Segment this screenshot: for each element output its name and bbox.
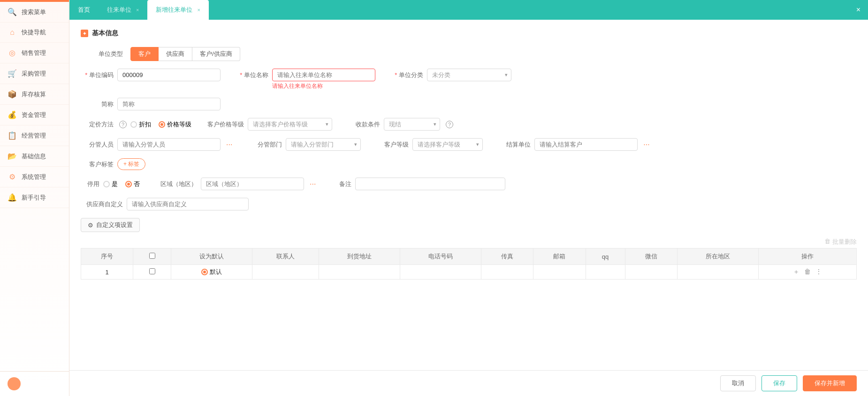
supplier-custom-input[interactable] xyxy=(127,198,249,210)
manager-input[interactable] xyxy=(117,138,221,151)
sidebar-item-operations[interactable]: 📋 经营管理 xyxy=(0,125,69,146)
disabled-yes-circle xyxy=(103,181,110,187)
department-select-wrapper: 请输入分管部门 ▾ xyxy=(286,138,361,151)
sidebar-item-inventory[interactable]: 📦 库存核算 xyxy=(0,84,69,105)
search-icon: 🔍 xyxy=(8,8,17,16)
payment-terms-label: 收款条件 xyxy=(347,120,380,129)
row-delete-icon[interactable]: 🗑 xyxy=(804,268,811,275)
sidebar-item-label: 经营管理 xyxy=(22,132,46,140)
sidebar-item-purchase[interactable]: 🛒 采购管理 xyxy=(0,63,69,84)
disabled-label: 停用 xyxy=(81,180,99,188)
section-header: ✦ 基本信息 xyxy=(81,29,857,38)
unit-type-btn-group: 客户 供应商 客户/供应商 xyxy=(130,47,240,61)
basic-icon: 📂 xyxy=(8,152,17,161)
payment-terms-select[interactable]: 现结 xyxy=(384,118,440,131)
bottom-bar: 取消 保存 保存并新增 xyxy=(69,370,868,396)
tab-home[interactable]: 首页 xyxy=(69,0,99,20)
row-fax xyxy=(481,265,533,280)
region-input[interactable] xyxy=(201,178,304,190)
contact-table: 序号 设为默认 联系人 到货地址 电话号码 传真 邮箱 qq 微信 所在地区 操… xyxy=(81,248,857,280)
add-tag-button[interactable]: + 标签 xyxy=(117,158,145,170)
pricing-radio-discount[interactable]: 折扣 xyxy=(130,120,151,129)
row-address xyxy=(319,265,400,280)
disabled-no-circle xyxy=(125,181,132,187)
home-icon: ⌂ xyxy=(8,28,17,37)
col-qq: qq xyxy=(586,248,625,265)
row-add-icon[interactable]: ＋ xyxy=(793,268,799,275)
row-scroll-icon[interactable]: ⋮ xyxy=(815,268,822,275)
department-label: 分管部门 xyxy=(249,140,282,149)
pricing-info-icon[interactable]: ? xyxy=(119,121,127,128)
tab-home-label: 首页 xyxy=(78,6,90,14)
tabs-close-all[interactable]: × xyxy=(849,6,868,14)
sidebar-item-quick-nav[interactable]: ⌂ 快捷导航 xyxy=(0,23,69,43)
disabled-radio-no[interactable]: 否 xyxy=(125,180,140,188)
customer-price-select[interactable]: 请选择客户价格等级 xyxy=(248,118,332,131)
unit-category-group: 单位分类 未分类 ▾ xyxy=(390,69,511,81)
manager-dots[interactable]: ··· xyxy=(224,140,234,150)
guide-icon: 🔔 xyxy=(8,193,17,202)
unit-category-select[interactable]: 未分类 xyxy=(427,69,511,81)
col-fax: 传真 xyxy=(481,248,533,265)
col-contact: 联系人 xyxy=(252,248,319,265)
payment-terms-info-icon[interactable]: ? xyxy=(446,121,453,128)
department-select[interactable]: 请输入分管部门 xyxy=(286,138,361,151)
main-area: 首页 往来单位 × 新增往来单位 × × ✦ 基本信息 单位类型 客户 供应商 … xyxy=(69,0,868,396)
col-email: 邮箱 xyxy=(533,248,586,265)
type-btn-both[interactable]: 客户/供应商 xyxy=(192,47,240,61)
batch-delete-label[interactable]: 批量删除 xyxy=(832,238,857,246)
system-icon: ⚙ xyxy=(8,172,17,181)
pricing-method-label: 定价方法 xyxy=(81,120,114,129)
short-name-input[interactable] xyxy=(117,98,221,110)
tab-partner-close[interactable]: × xyxy=(136,7,139,13)
manager-label: 分管人员 xyxy=(81,140,114,149)
sidebar-bottom xyxy=(0,371,69,396)
save-button[interactable]: 保存 xyxy=(761,375,797,391)
sidebar-item-guide[interactable]: 🔔 新手引导 xyxy=(0,187,69,208)
row-tags: 客户标签 + 标签 xyxy=(81,158,857,170)
row-default: 默认 xyxy=(171,265,252,280)
cancel-button[interactable]: 取消 xyxy=(720,375,756,391)
customer-level-select[interactable]: 请选择客户等级 xyxy=(412,138,483,151)
sidebar: 🔍 搜索菜单 ⌂ 快捷导航 ◎ 销售管理 🛒 采购管理 📦 库存核算 💰 资金管… xyxy=(0,0,69,396)
custom-settings-button[interactable]: ⚙ 自定义项设置 xyxy=(81,218,140,232)
settlement-unit-input[interactable] xyxy=(534,138,638,151)
unit-name-error: 请输入往来单位名称 xyxy=(272,83,323,89)
unit-type-row: 单位类型 客户 供应商 客户/供应商 xyxy=(81,47,857,61)
col-action: 操作 xyxy=(758,248,856,265)
row-checkbox[interactable] xyxy=(149,268,155,274)
region-label: 区域（地区） xyxy=(155,180,197,188)
sidebar-item-system[interactable]: ⚙ 系统管理 xyxy=(0,167,69,187)
pricing-radio-level[interactable]: 价格等级 xyxy=(159,120,191,129)
disabled-yes-label: 是 xyxy=(112,180,118,188)
row-code-name-category: 单位编码 单位名称 请输入往来单位名称 单位分类 未分类 xyxy=(81,69,857,90)
row-phone xyxy=(400,265,481,280)
user-avatar[interactable] xyxy=(8,377,21,390)
disabled-radio-yes[interactable]: 是 xyxy=(103,180,118,188)
type-btn-customer[interactable]: 客户 xyxy=(130,47,159,61)
row-default-radio[interactable]: 默认 xyxy=(176,268,247,276)
purchase-icon: 🛒 xyxy=(8,69,17,78)
unit-code-input[interactable] xyxy=(117,69,221,81)
remarks-input[interactable] xyxy=(355,178,505,190)
sidebar-item-label: 快捷导航 xyxy=(22,28,46,37)
disabled-group: 停用 是 否 xyxy=(81,180,140,188)
type-btn-supplier[interactable]: 供应商 xyxy=(159,47,192,61)
sidebar-item-sales[interactable]: ◎ 销售管理 xyxy=(0,43,69,63)
tab-new-partner[interactable]: 新增往来单位 × xyxy=(147,0,208,20)
unit-name-input[interactable] xyxy=(272,69,375,81)
col-default: 设为默认 xyxy=(171,248,252,265)
unit-name-label: 单位名称 xyxy=(236,71,268,79)
save-new-button[interactable]: 保存并新增 xyxy=(803,375,857,391)
sidebar-item-basic[interactable]: 📂 基础信息 xyxy=(0,146,69,167)
operations-icon: 📋 xyxy=(8,131,17,140)
sidebar-item-finance[interactable]: 💰 资金管理 xyxy=(0,105,69,125)
table-check-all[interactable] xyxy=(149,253,155,259)
settlement-unit-dots[interactable]: ··· xyxy=(641,140,651,150)
tab-new-partner-close[interactable]: × xyxy=(197,7,200,13)
tab-partner[interactable]: 往来单位 × xyxy=(99,0,147,20)
inventory-icon: 📦 xyxy=(8,90,17,99)
col-phone: 电话号码 xyxy=(400,248,481,265)
region-dots[interactable]: ··· xyxy=(308,179,318,189)
sidebar-search[interactable]: 🔍 搜索菜单 xyxy=(0,2,69,23)
